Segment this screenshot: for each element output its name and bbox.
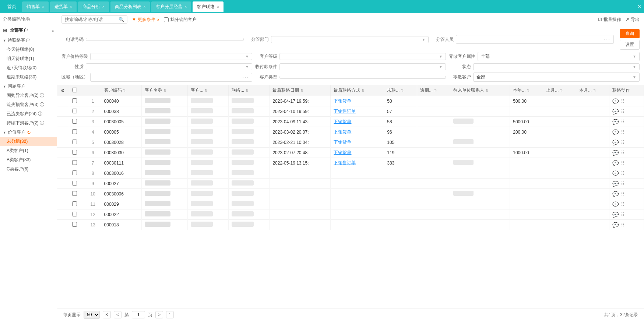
th-settings[interactable]: ⚙ — [57, 85, 69, 96]
td-checkbox[interactable] — [69, 209, 85, 220]
more-icon[interactable]: ⠿ — [621, 170, 624, 176]
next-page-btn[interactable]: > — [155, 311, 163, 318]
group-pending-contact[interactable]: ▼ 待联络客户 — [0, 36, 57, 45]
td-last-type[interactable]: 下销货单 — [331, 127, 384, 137]
more-icon[interactable]: ⠿ — [621, 109, 624, 114]
th-name[interactable]: 客户名称 ⇅ — [141, 85, 188, 96]
td-last-type[interactable] — [331, 168, 384, 179]
select-all-checkbox[interactable] — [72, 88, 77, 92]
tab-analysis[interactable]: 商品分析 × — [78, 1, 109, 12]
th-last-contact-date[interactable]: 最后联络日期 ⇅ — [270, 85, 331, 96]
chat-icon[interactable]: 💬 — [612, 109, 619, 114]
sidebar-item-churned[interactable]: 已流失客户(24) ⓘ — [0, 109, 57, 119]
sidebar-item-c-class[interactable]: C类客户(6) — [0, 165, 57, 174]
window-close-button[interactable]: × — [638, 3, 641, 10]
chat-icon[interactable]: 💬 — [612, 170, 619, 176]
row-checkbox[interactable] — [72, 181, 77, 186]
more-icon[interactable]: ⠿ — [621, 160, 624, 166]
price-level-select[interactable]: ▼ — [90, 53, 252, 60]
td-last-type[interactable]: 下销货单 — [331, 137, 384, 148]
th-code[interactable]: 客户编码 ⇅ — [101, 85, 141, 96]
td-checkbox[interactable] — [69, 137, 85, 148]
batch-op-btn[interactable]: ☑ 批量操作 — [598, 17, 621, 23]
td-last-type[interactable] — [331, 189, 384, 199]
td-checkbox[interactable] — [69, 168, 85, 179]
tab-sales-close[interactable]: × — [42, 5, 44, 9]
chat-icon[interactable]: 💬 — [612, 212, 619, 218]
sidebar-item-overdue[interactable]: 逾期未联络(30) — [0, 73, 57, 82]
more-icon[interactable]: ⠿ — [621, 201, 624, 207]
more-icon[interactable]: ⠿ — [621, 212, 624, 218]
tab-purchase-close[interactable]: × — [70, 5, 72, 9]
td-checkbox[interactable] — [69, 127, 85, 137]
row-checkbox[interactable] — [72, 98, 77, 103]
row-checkbox[interactable] — [72, 109, 77, 113]
tab-customer-tier[interactable]: 客户分层经营 × — [151, 1, 191, 12]
reset-button[interactable]: 设置 — [620, 40, 640, 50]
td-checkbox[interactable] — [69, 106, 85, 117]
payment-select[interactable]: ▼ — [279, 63, 446, 70]
more-icon[interactable]: ⠿ — [621, 181, 624, 187]
retail-customer-select[interactable]: 全部 ▼ — [473, 73, 640, 82]
my-customers-checkbox[interactable] — [164, 17, 169, 22]
row-checkbox[interactable] — [72, 119, 77, 124]
tab-analysis-list[interactable]: 商品分析列表 × — [110, 1, 150, 12]
export-btn[interactable]: ↗ 导出 — [626, 17, 640, 23]
th-last-contact-type[interactable]: 最后联络方式 ⇅ — [331, 85, 384, 96]
row-checkbox[interactable] — [72, 140, 77, 144]
per-page-select[interactable]: 50 — [84, 311, 100, 319]
customer-type-input[interactable] — [279, 76, 446, 79]
all-customers-header[interactable]: ⊞ 全部客户 « — [0, 25, 57, 36]
sidebar-item-b-class[interactable]: B类客户(33) — [0, 155, 57, 165]
retail-attr-select[interactable]: 全部 ▼ — [478, 52, 640, 61]
th-no-contact[interactable]: 未联... ⇅ — [384, 85, 417, 96]
sidebar-item-a-class[interactable]: A类客户(1) — [0, 146, 57, 155]
th-this-month[interactable]: 本月... ⇅ — [576, 85, 609, 96]
sidebar-search-input[interactable] — [3, 17, 57, 22]
group-value-customer[interactable]: ▼ 价值客户 ↻ — [0, 128, 57, 137]
sidebar-item-churn-warning[interactable]: 流失预警客户(3) ⓘ — [0, 100, 57, 109]
status-select[interactable]: ▼ — [473, 63, 640, 70]
query-button[interactable]: 查询 — [620, 29, 640, 38]
th-overdue[interactable]: 逾期... ⇅ — [417, 85, 450, 96]
more-icon[interactable]: ⠿ — [621, 140, 624, 145]
th-checkbox[interactable] — [69, 85, 85, 96]
more-icon[interactable]: ⠿ — [621, 129, 624, 135]
more-icon[interactable]: ⠿ — [621, 98, 624, 104]
more-icon[interactable]: ⠿ — [621, 191, 624, 197]
row-checkbox[interactable] — [72, 212, 77, 216]
sidebar-item-declining[interactable]: 持续下滑客户(2) ⓘ — [0, 119, 57, 128]
th-company-contact[interactable]: 往来单位联系人 ⇅ — [450, 85, 510, 96]
main-search-input[interactable] — [65, 17, 116, 22]
refresh-icon[interactable]: ↻ — [27, 130, 31, 135]
th-type[interactable]: 客户... ⇅ — [188, 85, 229, 96]
chat-icon[interactable]: 💬 — [612, 98, 619, 104]
group-problem-customer[interactable]: ▼ 问题客户 — [0, 82, 57, 91]
td-last-type[interactable]: 下销售订单 — [331, 158, 384, 168]
customer-level-select[interactable]: ▼ — [279, 53, 446, 60]
last-page-btn[interactable]: 1 — [166, 311, 174, 318]
more-conditions-btn[interactable]: ▼ 更多条件 ∧ — [132, 17, 159, 23]
row-checkbox[interactable] — [72, 160, 77, 165]
more-icon[interactable]: ⠿ — [621, 222, 624, 228]
chat-icon[interactable]: 💬 — [612, 150, 619, 156]
sidebar-item-tomorrow[interactable]: 明天待联络(1) — [0, 54, 57, 63]
row-checkbox[interactable] — [72, 201, 77, 206]
search-box[interactable]: 🔍 — [61, 15, 127, 24]
region-input[interactable]: ··· — [90, 73, 252, 82]
td-checkbox[interactable] — [69, 199, 85, 209]
sidebar-item-7days[interactable]: 近7天待联络(0) — [0, 63, 57, 73]
chat-icon[interactable]: 💬 — [612, 140, 619, 145]
chat-icon[interactable]: 💬 — [612, 222, 619, 228]
tab-customer-contact-close[interactable]: × — [217, 5, 219, 9]
td-checkbox[interactable] — [69, 117, 85, 127]
chat-icon[interactable]: 💬 — [612, 201, 619, 207]
td-checkbox[interactable] — [69, 179, 85, 189]
td-last-type[interactable] — [331, 209, 384, 220]
td-checkbox[interactable] — [69, 148, 85, 158]
chat-icon[interactable]: 💬 — [612, 181, 619, 187]
tab-customer-contact[interactable]: 客户联络 × — [193, 1, 224, 12]
more-icon[interactable]: ⠿ — [621, 150, 624, 156]
td-last-type[interactable] — [331, 220, 384, 230]
my-customers-label[interactable]: 我分管的客户 — [164, 17, 197, 23]
